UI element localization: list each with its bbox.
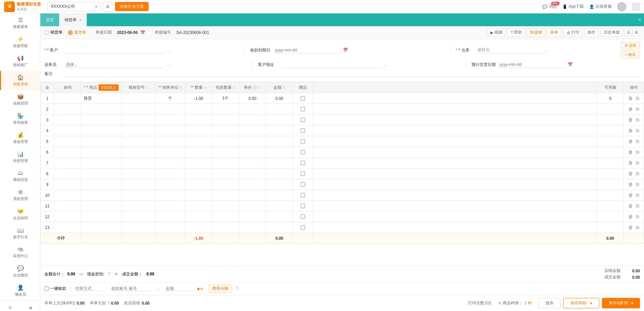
row-delete-btn[interactable]: 🗑 [627,138,634,145]
row-qty[interactable] [185,104,212,115]
row-barcode[interactable] [54,115,81,125]
expected-date-calendar-icon[interactable]: 📅 [568,62,573,67]
setting-side-btn[interactable]: ⚙ 设置 [621,42,640,49]
row-remark[interactable] [313,211,597,222]
salesperson-input[interactable] [65,62,165,68]
row-barcode[interactable] [54,93,81,104]
customer-dots-btn[interactable]: ... [165,48,172,52]
row-product[interactable] [81,190,122,201]
radio-return-order[interactable]: 退货单 [68,30,86,35]
customer-input[interactable] [65,47,165,53]
row-price[interactable] [239,190,266,201]
curr-debt-help-icon[interactable]: ? [107,301,110,306]
row-spec[interactable] [122,168,155,179]
row-copy-btn[interactable]: ⧉ [635,224,640,231]
sidebar-item-sales[interactable]: 🏠 销售管理 [0,71,40,90]
row-remark[interactable] [313,222,597,233]
company-selector[interactable]: XXXXXX公司 ▾ [47,2,101,11]
row-gift[interactable] [293,104,313,115]
row-copy-btn[interactable]: ⧉ [635,116,640,123]
row-price[interactable] [239,104,266,115]
row-price[interactable] [239,136,266,147]
calc-method-input[interactable] [75,286,102,291]
save-new-button[interactable]: 保存&新增 ▾ [602,298,640,308]
row-spec[interactable] [122,179,155,190]
scan-button[interactable]: 扫码录入 [99,84,119,91]
tab-close-button[interactable]: × [638,17,641,23]
row-spec[interactable] [122,93,155,104]
row-barcode[interactable] [54,147,81,158]
row-remark[interactable] [313,93,597,104]
row-product[interactable] [81,147,122,158]
tab-home[interactable]: 首页 [40,13,59,26]
row-qty[interactable] [185,168,212,179]
due-date-calendar-icon[interactable]: 📅 [343,48,348,52]
row-gift[interactable] [293,93,313,104]
row-product[interactable] [81,158,122,168]
row-qty[interactable] [185,136,212,147]
price-info-icon[interactable]: ⓘ [253,85,257,90]
logistics-side-btn[interactable]: + 物流 [621,51,640,59]
row-gift[interactable] [293,211,313,222]
sidebar-item-system[interactable]: ⚙ 系统管理 [0,186,40,205]
row-gift[interactable] [293,158,313,168]
row-price[interactable] [239,179,266,190]
draft-button[interactable]: 保存草稿 ▾ [563,298,599,308]
sidebar-item-inventory[interactable]: 🏪 库存核算 [0,109,40,128]
tab-close-icon[interactable]: × [79,18,81,22]
row-barcode[interactable] [54,104,81,115]
row-product[interactable]: 拣货 [81,93,122,104]
row-qty[interactable] [185,190,212,201]
row-spec[interactable] [122,222,155,233]
row-barcode[interactable] [54,179,81,190]
one-click-pay-checkbox[interactable] [44,286,49,291]
customer-addr-input[interactable] [281,62,382,68]
row-remark[interactable] [313,136,597,147]
help-button[interactable]: ? 帮助 [507,28,525,37]
row-qty[interactable] [185,115,212,125]
row-product[interactable] [81,211,122,222]
spec-sort-icon[interactable]: ⇅ [146,86,148,89]
row-delete-btn[interactable]: 🗑 [627,106,634,112]
row-qty[interactable] [185,125,212,136]
row-qty[interactable] [185,147,212,158]
row-copy-btn[interactable]: ⧉ [635,159,640,166]
amount-sort-icon[interactable]: ⇅ [282,86,285,89]
row-remark[interactable] [313,179,597,190]
row-gift[interactable] [293,222,313,233]
print-button[interactable]: 🖨 打印 [563,28,582,37]
row-delete-btn[interactable]: 🗑 [627,192,634,198]
expected-date-input[interactable] [498,62,566,68]
row-gift[interactable] [293,190,313,201]
row-remark[interactable] [313,190,597,201]
row-gift[interactable] [293,179,313,190]
row-copy-btn[interactable]: ⧉ [635,213,640,220]
user-avatar2[interactable] [632,3,640,11]
row-copy-btn[interactable]: ⧉ [635,106,640,113]
row-barcode[interactable] [54,136,81,147]
row-product[interactable] [81,104,122,115]
row-remark[interactable] [313,115,597,125]
row-delete-btn[interactable]: 🗑 [627,202,634,209]
row-delete-btn[interactable]: 🗑 [627,213,634,220]
row-gift[interactable] [293,201,313,211]
history-button[interactable]: 历史单据 [601,28,623,37]
filter-button[interactable]: 筛单 [547,28,561,37]
row-delete-btn[interactable]: 🗑 [627,224,634,231]
video-button[interactable]: ▶ 视频 [487,28,505,37]
row-qty[interactable] [185,179,212,190]
row-copy-btn[interactable]: ⧉ [635,138,640,145]
row-spec[interactable] [122,104,155,115]
row-copy-btn[interactable]: ⧉ [635,127,640,134]
row-price[interactable] [239,147,266,158]
row-gift[interactable] [293,125,313,136]
row-spec[interactable] [122,125,155,136]
sidebar-item-member[interactable]: 👤 畅会员 [0,281,40,300]
row-spec[interactable] [122,115,155,125]
row-delete-btn[interactable]: 🗑 [627,170,634,177]
sidebar-item-collab[interactable]: 🤝 企业协同 [0,205,40,224]
row-barcode[interactable] [54,158,81,168]
row-barcode[interactable] [54,201,81,211]
row-barcode[interactable] [54,211,81,222]
row-gift[interactable] [293,115,313,125]
